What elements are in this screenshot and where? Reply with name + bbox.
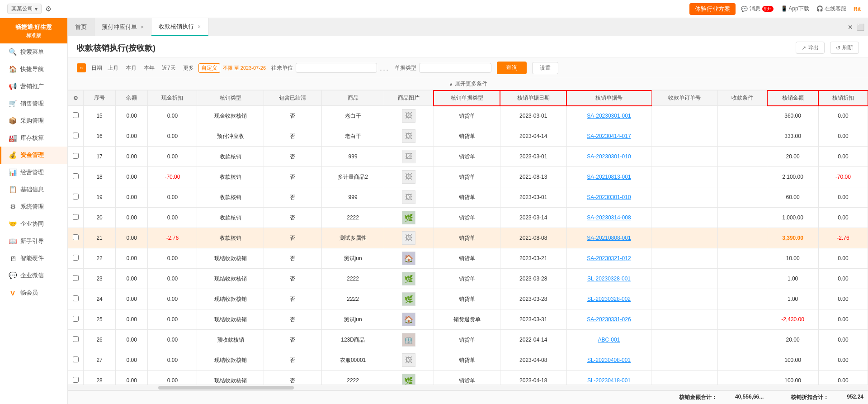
cell-settled: 否 [264,208,321,228]
doc-no-link[interactable]: SA-20230331-026 [587,316,631,323]
doc-no-link[interactable]: SA-20210808-001 [587,235,631,241]
cell-receipt-cond [718,248,767,269]
cell-doc-no[interactable]: SA-20210808-001 [566,228,651,248]
sidebar-item-guide[interactable]: 📖 新手引导 [0,233,67,250]
tab-spacer [208,18,844,36]
cell-doc-no[interactable]: SA-20230301-010 [566,147,651,167]
cell-doc-no[interactable]: ABC-001 [566,330,651,350]
date-last-month[interactable]: 上月 [105,63,121,73]
date-custom[interactable]: 自定义 [198,63,220,73]
tab-receipt[interactable]: 收款核销执行 × [151,18,208,36]
doctype-select[interactable] [419,63,491,73]
cell-checkbox[interactable] [68,330,84,350]
cell-doc-no[interactable]: SA-20210813-001 [566,167,651,187]
cell-doc-no[interactable]: SA-20230414-017 [566,126,651,147]
sidebar-item-wechat[interactable]: 💬 企业微信 [0,267,67,284]
cell-doc-no[interactable]: SA-20230301-010 [566,187,651,208]
sidebar-item-sales[interactable]: 🛒 销售管理 [0,95,67,112]
sidebar-label-marketing: 营销推广 [20,82,44,90]
cell-checkbox[interactable] [68,187,84,208]
partner-input[interactable] [296,63,377,73]
doc-no-link[interactable]: SA-20230301-010 [587,194,631,200]
cell-doc-no[interactable]: SL-20230328-001 [566,269,651,289]
doctype-label: 单据类型 [395,64,416,72]
query-button[interactable]: 查询 [497,62,527,74]
sidebar-item-collab[interactable]: 🤝 企业协同 [0,215,67,233]
sidebar-item-purchase[interactable]: 📦 采购管理 [0,112,67,129]
cell-doc-no[interactable]: SA-20230321-012 [566,248,651,269]
doc-no-link[interactable]: SL-20230328-002 [587,296,631,302]
scrollbar-thumb[interactable] [158,386,294,390]
cell-checkbox[interactable] [68,147,84,167]
cell-doc-no[interactable]: SA-20230301-001 [566,106,651,126]
doc-no-link[interactable]: SA-20210813-001 [587,174,631,180]
cell-checkbox[interactable] [68,208,84,228]
doc-no-link[interactable]: ABC-001 [598,337,620,343]
cell-checkbox[interactable] [68,289,84,309]
cell-doc-date: 2023-03-28 [500,269,566,289]
sidebar-item-hardware[interactable]: 🖥 智能硬件 [0,250,67,267]
date-this-month[interactable]: 本月 [123,63,139,73]
online-service[interactable]: 🎧 在线客服 [816,5,846,13]
sidebar-item-finance[interactable]: 💰 资金管理 [0,147,67,164]
col-header-doc-type: 核销单据类型 [434,90,500,106]
refresh-button[interactable]: ↺ 刷新 [830,42,859,54]
footer-discount-value: 952.24 [847,394,863,401]
settings-icon[interactable]: ⚙ [45,5,686,13]
sidebar-item-member[interactable]: V 畅会员 [0,284,67,301]
sidebar-item-base-info[interactable]: 📋 基础信息 [0,181,67,198]
doc-no-link[interactable]: SA-20230414-017 [587,133,631,139]
notification-area[interactable]: 💬 消息 99+ [741,5,774,13]
maximize-btn[interactable]: ⬜ [857,24,864,31]
cell-checkbox[interactable] [68,106,84,126]
solution-button[interactable]: 体验行业方案 [689,3,736,15]
tab-prepayment[interactable]: 预付冲应付单 × [94,18,151,36]
cell-checkbox[interactable] [68,228,84,248]
cell-type: 收款核销 [197,167,264,187]
tab-home[interactable]: 首页 [68,18,94,36]
sidebar-item-operations[interactable]: 📊 经营管理 [0,164,67,181]
doc-no-link[interactable]: SA-20230321-012 [587,255,631,261]
cell-checkbox[interactable] [68,167,84,187]
sidebar-item-nav[interactable]: 🏠 快捷导航 [0,61,67,78]
cell-doc-no[interactable]: SL-20230328-002 [566,289,651,309]
date-7days[interactable]: 近7天 [159,63,179,73]
doc-no-link[interactable]: SA-20230314-008 [587,214,631,221]
cell-checkbox[interactable] [68,126,84,147]
app-download[interactable]: 📱 App下载 [781,5,809,13]
doc-no-link[interactable]: SA-20230301-010 [587,153,631,160]
cell-checkbox[interactable] [68,350,84,371]
company-selector[interactable]: 某某公司 ▾ [7,4,42,14]
cell-checkbox[interactable] [68,309,84,330]
date-this-year[interactable]: 本年 [141,63,157,73]
horizontal-scrollbar[interactable] [68,385,868,390]
sidebar-item-search[interactable]: 🔍 搜索菜单 [0,43,67,61]
export-button[interactable]: ↗ 导出 [796,42,825,54]
user-name[interactable]: Rit [854,6,861,12]
col-header-gear[interactable]: ⚙ [68,90,84,106]
doc-no-link[interactable]: SL-20230418-001 [587,377,631,384]
cell-doc-no[interactable]: SA-20230331-026 [566,309,651,330]
sidebar-item-marketing[interactable]: 📢 营销推广 [0,78,67,95]
table-container[interactable]: ⚙ 序号 余额 现金折扣 核销类型 包含已结清 商品 商品图片 核销单据类型 核… [68,90,868,385]
doc-no-link[interactable]: SL-20230328-001 [587,276,631,282]
tab-receipt-close[interactable]: × [198,24,201,30]
cell-doc-no[interactable]: SL-20230418-001 [566,371,651,385]
cell-checkbox[interactable] [68,371,84,385]
cell-checkbox[interactable] [68,248,84,269]
doc-no-link[interactable]: SL-20230408-001 [587,357,631,363]
cell-doc-no[interactable]: SL-20230408-001 [566,350,651,371]
doc-no-link[interactable]: SA-20230301-001 [587,113,631,119]
cell-doc-no[interactable]: SA-20230314-008 [566,208,651,228]
expand-more-button[interactable]: ∨ 展开更多条件 [449,80,487,88]
expand-button[interactable]: » [77,63,86,72]
cell-cash-discount: 0.00 [148,126,197,147]
sidebar-item-inventory[interactable]: 🏭 库存核算 [0,129,67,147]
cell-no: 21 [84,228,116,248]
tab-prepayment-close[interactable]: × [141,24,144,30]
table-settings-button[interactable]: 设置 [532,62,558,74]
cell-checkbox[interactable] [68,269,84,289]
date-more[interactable]: 更多 [180,63,197,73]
close-window-btn[interactable]: ✕ [848,24,853,31]
sidebar-item-system[interactable]: ⚙ 系统管理 [0,198,67,215]
